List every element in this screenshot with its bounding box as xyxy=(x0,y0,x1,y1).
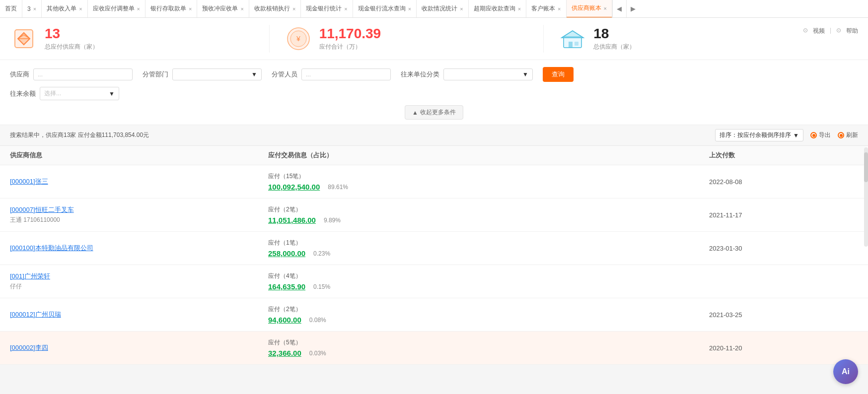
nav-tab-overdue[interactable]: 超期应收款查询× xyxy=(469,0,526,18)
supplier-info-cell: [000100]本特勤油品有限公司 xyxy=(10,244,268,253)
nav-tab-cash-flow[interactable]: 现金银行流水查询× xyxy=(353,0,417,18)
collapse-arrow-icon: ▲ xyxy=(412,109,418,116)
balance-label: 往来余额 xyxy=(10,89,36,98)
nav-tab-receipt-stat[interactable]: 收款情况统计× xyxy=(417,0,468,18)
last-pay-cell: 2023-01-30 xyxy=(709,245,858,252)
nav-tab-advance[interactable]: 预收冲应收单× xyxy=(197,0,249,18)
export-button[interactable]: 导出 xyxy=(810,131,831,139)
sort-select[interactable]: 排序：按应付余额倒序排序 ▼ xyxy=(715,129,803,141)
nav-prev-button[interactable]: ◀ xyxy=(612,0,626,18)
nav-tab-customer-ledger[interactable]: 客户账本× xyxy=(526,0,566,18)
nav-tab-home[interactable]: 首页 xyxy=(0,0,22,18)
tx-info-cell: 应付（5笔）32,366.000.03% xyxy=(268,338,709,357)
close-tab-icon[interactable]: × xyxy=(558,6,561,12)
balance-filter: 往来余额 选择... ▼ xyxy=(10,87,119,100)
close-tab-icon[interactable]: × xyxy=(460,6,463,12)
collapse-label: 收起更多条件 xyxy=(420,108,456,117)
supplier-link[interactable]: [000007]恒旺二手叉车 xyxy=(10,206,74,213)
supplier-link[interactable]: [000100]本特勤油品有限公司 xyxy=(10,244,93,252)
dept-arrow-icon: ▼ xyxy=(251,71,257,78)
tx-percent: 89.61% xyxy=(328,184,348,191)
table-row: [000001]张三应付（15笔）100,092,540.0089.61%202… xyxy=(0,165,868,198)
supplier-link[interactable]: [001]广州荣轩 xyxy=(10,272,50,280)
supplier-info-cell: [000012]广州贝瑞 xyxy=(10,310,268,319)
supplier-filter: 供应商 ... xyxy=(10,68,133,80)
close-tab-icon[interactable]: × xyxy=(137,6,140,12)
supplier-link[interactable]: [000002]李四 xyxy=(10,344,48,351)
category-filter: 往来单位分类 ▼ xyxy=(401,68,533,80)
balance-select[interactable]: 选择... ▼ xyxy=(40,87,119,100)
payable-amount-stat: 11,170.39 应付合计（万） xyxy=(319,26,381,51)
person-input[interactable]: ... xyxy=(301,68,391,80)
close-tab-icon[interactable]: × xyxy=(408,6,411,12)
refresh-button[interactable]: 刷新 xyxy=(838,131,858,139)
nav-tab-cash-bank-stat[interactable]: 现金银行统计× xyxy=(301,0,353,18)
tx-amount[interactable]: 11,051,486.00 xyxy=(268,216,316,224)
category-arrow-icon: ▼ xyxy=(522,71,528,78)
dept-label: 分管部门 xyxy=(143,70,168,79)
close-tab-icon[interactable]: × xyxy=(518,6,521,12)
tx-info-cell: 应付（4笔）164,635.900.15% xyxy=(268,272,709,291)
tx-amount-row: 32,366.000.03% xyxy=(268,349,709,357)
close-tab-icon[interactable]: × xyxy=(292,6,295,12)
store-icon xyxy=(559,25,586,53)
tx-percent: 0.08% xyxy=(309,317,326,324)
last-pay-cell: 2022-08-08 xyxy=(709,178,858,186)
total-suppliers-number: 18 xyxy=(593,26,635,42)
close-tab-icon[interactable]: × xyxy=(240,6,243,12)
nav-tab-bank-deposit[interactable]: 银行存取款单× xyxy=(145,0,197,18)
table-row: [000012]广州贝瑞应付（2笔）94,600.000.08%2021-03-… xyxy=(0,298,868,331)
supplier-input[interactable]: ... xyxy=(33,68,133,80)
search-button[interactable]: 查询 xyxy=(543,67,574,82)
payable-amount-label: 应付合计（万） xyxy=(319,43,381,51)
person-filter: 分管人员 ... xyxy=(272,68,391,80)
help-link[interactable]: 帮助 xyxy=(846,27,858,35)
category-select[interactable]: ▼ xyxy=(443,68,533,80)
tx-amount[interactable]: 32,366.00 xyxy=(268,349,301,357)
result-bar: 搜索结果中，供应商13家 应付金额111,703,854.00元 排序：按应付余… xyxy=(0,125,868,146)
sort-label: 排序：按应付余额倒序排序 xyxy=(720,131,791,139)
tx-percent: 0.23% xyxy=(313,250,330,257)
video-link[interactable]: 视频 xyxy=(813,27,825,35)
tx-amount-row: 94,600.000.08% xyxy=(268,316,709,324)
supplier-label: 供应商 xyxy=(10,70,29,79)
filter-row-1: 供应商 ... 分管部门 ▼ 分管人员 ... 往来单位分类 ▼ 查询 xyxy=(10,67,858,82)
nav-tab-receipt-verify[interactable]: 收款核销执行× xyxy=(249,0,301,18)
tx-amount[interactable]: 258,000.00 xyxy=(268,249,305,258)
tx-amount-row: 11,051,486.009.89% xyxy=(268,216,709,224)
tx-amount[interactable]: 100,092,540.00 xyxy=(268,183,320,191)
close-tab-icon[interactable]: × xyxy=(344,6,347,12)
tx-label: 应付（2笔） xyxy=(268,205,709,214)
scrollbar-thumb[interactable] xyxy=(864,152,868,182)
collapse-button[interactable]: ▲ 收起更多条件 xyxy=(405,105,463,120)
tx-info-cell: 应付（1笔）258,000.000.23% xyxy=(268,239,709,258)
scrollbar-track[interactable] xyxy=(864,147,868,247)
last-pay-cell: 2021-03-25 xyxy=(709,311,858,319)
table-row: [000100]本特勤油品有限公司应付（1笔）258,000.000.23%20… xyxy=(0,232,868,265)
person-dots: ... xyxy=(306,71,386,78)
payable-suppliers-stat: 13 总应付供应商（家） xyxy=(45,26,98,51)
close-tab-icon[interactable]: × xyxy=(604,5,607,11)
tx-label: 应付（15笔） xyxy=(268,172,709,181)
supplier-link[interactable]: [000012]广州贝瑞 xyxy=(10,311,61,318)
close-tab-icon[interactable]: × xyxy=(79,6,82,12)
tx-label: 应付（1笔） xyxy=(268,239,709,247)
close-tab-icon[interactable]: × xyxy=(33,6,36,12)
nav-tab-other-income[interactable]: 其他收入单× xyxy=(42,0,87,18)
balance-placeholder: 选择... xyxy=(44,89,61,98)
stats-bar: 13 总应付供应商（家） ¥ 11,170.39 应付合计（万） xyxy=(0,18,868,60)
nav-tab-tab3[interactable]: 3× xyxy=(22,0,42,18)
nav-tab-adjust[interactable]: 应收应付调整单× xyxy=(88,0,145,18)
tx-amount[interactable]: 164,635.90 xyxy=(268,282,305,291)
col-last-pay: 上次付数 xyxy=(709,151,858,160)
supplier-link[interactable]: [000001]张三 xyxy=(10,178,48,185)
svg-rect-12 xyxy=(575,42,579,46)
payable-amount-number: 11,170.39 xyxy=(319,26,381,42)
tx-info-cell: 应付（2笔）11,051,486.009.89% xyxy=(268,205,709,224)
dept-select[interactable]: ▼ xyxy=(172,68,262,80)
tx-label: 应付（2笔） xyxy=(268,305,709,314)
nav-next-button[interactable]: ▶ xyxy=(626,0,640,18)
close-tab-icon[interactable]: × xyxy=(189,6,192,12)
nav-tab-supplier-ledger[interactable]: 供应商账本× xyxy=(567,0,612,18)
tx-amount[interactable]: 94,600.00 xyxy=(268,316,301,324)
